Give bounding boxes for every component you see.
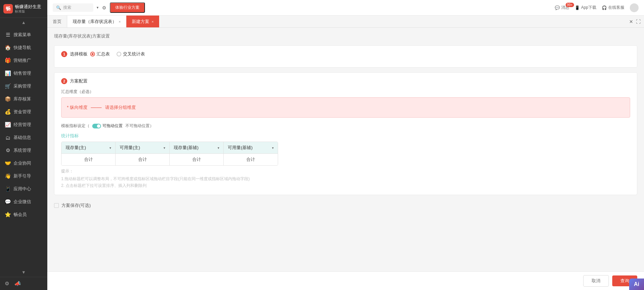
sidebar-item-10[interactable]: 🤝 企业协同 — [0, 157, 47, 170]
sidebar-item-11[interactable]: 👋 新手引导 — [0, 170, 47, 183]
radio-cross-label: 交叉统计表 — [123, 51, 145, 57]
step1-badge: 1 — [61, 51, 67, 57]
message-badge: 99+ — [566, 3, 574, 7]
dimension-box[interactable]: * 纵向维度 —— 请选择分组维度 — [61, 97, 630, 118]
tab-inventory-label: 现存量（库存状况表） — [73, 19, 117, 25]
nav-icon-10: 🤝 — [5, 160, 11, 166]
tips-section: 提示： 1.拖动标题栏可以调整布局，不可跨维度或指标区域拖动栏目字段(只能在同一… — [61, 168, 630, 189]
nav-label-5: 库存核算 — [14, 96, 31, 102]
nav-label-14: 畅会员 — [14, 212, 27, 218]
toggle-box[interactable] — [92, 124, 101, 128]
save-checkbox[interactable] — [54, 203, 59, 208]
stats-header-cell-2[interactable]: 现存量(基辅)▾ — [170, 142, 224, 153]
template-radio-group: 汇总表 交叉统计表 — [90, 51, 145, 57]
main-area: 🔍 搜索 ▾ ⚙ 体验行业方案 💬 消息 99+ 📱 App下载 🎧 在线客服 — [47, 0, 644, 290]
radio-cross[interactable]: 交叉统计表 — [117, 51, 145, 57]
tab-inventory-close[interactable]: × — [119, 20, 121, 24]
online-service-button[interactable]: 🎧 在线客服 — [602, 5, 624, 10]
sidebar-item-6[interactable]: 💰 资金管理 — [0, 105, 47, 118]
sidebar-item-4[interactable]: 🛒 采购管理 — [0, 80, 47, 93]
nav-icon-1: 🏠 — [5, 45, 11, 51]
stats-body-row: 合计合计合计合计 — [61, 154, 278, 165]
tab-expand-btn[interactable]: ⛶ — [636, 19, 641, 24]
nav-label-13: 企业微信 — [14, 199, 31, 205]
nav-label-11: 新手引导 — [14, 173, 31, 179]
stats-header-text-2: 现存量(基辅) — [174, 145, 199, 151]
sidebar-item-2[interactable]: 🎁 营销推广 — [0, 54, 47, 67]
save-label: 方案保存(可选) — [61, 202, 91, 209]
fixed-label: 不可拖动位置） — [125, 123, 154, 129]
toggle-movable[interactable]: 可拖动位置 — [92, 123, 123, 129]
sidebar-item-14[interactable]: ⭐ 畅会员 — [0, 208, 47, 221]
dimension-label-text: * 纵向维度 — [67, 104, 88, 111]
user-avatar[interactable] — [630, 3, 639, 12]
tab-home[interactable]: 首页 — [47, 16, 67, 27]
dimension-dash: —— — [91, 104, 102, 111]
nav-icon-3: 📊 — [5, 70, 11, 76]
indicator-label: 模板指标设定（ 可拖动位置 不可拖动位置） — [61, 123, 630, 129]
tab-close-btn[interactable]: ✕ — [629, 19, 633, 24]
search-icon: 🔍 — [56, 5, 61, 10]
sidebar-item-13[interactable]: 💬 企业微信 — [0, 195, 47, 208]
ai-float-button[interactable]: Ai — [629, 279, 644, 290]
sidebar-item-0[interactable]: ☰ 搜索菜单 — [0, 28, 47, 41]
page-title: 现存量(库存状况表)方案设置 — [54, 33, 637, 39]
radio-summary[interactable]: 汇总表 — [90, 51, 110, 57]
tab-inventory[interactable]: 现存量（库存状况表） × — [67, 16, 126, 27]
sidebar-item-3[interactable]: 📊 销售管理 — [0, 67, 47, 80]
trial-button[interactable]: 体验行业方案 — [110, 2, 145, 13]
nav-icon-11: 👋 — [5, 173, 11, 179]
stats-section: 统计指标 现存量(主)▾可用量(主)▾现存量(基辅)▾可用量(基辅)▾合计合计合… — [61, 133, 630, 166]
step2-title: 方案配置 — [70, 78, 88, 84]
scroll-up-btn[interactable]: ▲ — [0, 18, 47, 27]
nav-icon-8: 🗂 — [5, 135, 11, 141]
sidebar-item-12[interactable]: 📱 应用中心 — [0, 183, 47, 195]
sidebar-item-7[interactable]: 📈 经营管理 — [0, 118, 47, 131]
save-option[interactable]: 方案保存(可选) — [54, 200, 637, 211]
speaker-icon[interactable]: 📣 — [15, 281, 21, 287]
app-label: App下载 — [581, 5, 596, 10]
scroll-down-btn[interactable]: ▼ — [0, 268, 47, 277]
chevron-down-icon-0[interactable]: ▾ — [109, 146, 111, 150]
nav-icon-5: 📦 — [5, 96, 11, 102]
tab-new-close[interactable]: × — [151, 20, 153, 24]
stats-header-cell-3[interactable]: 可用量(基辅)▾ — [224, 142, 278, 153]
message-button[interactable]: 💬 消息 99+ — [555, 5, 569, 10]
stats-header-cell-1[interactable]: 可用量(主)▾ — [116, 142, 170, 153]
settings-icon[interactable]: ⚙ — [5, 281, 9, 287]
chevron-down-icon-3[interactable]: ▾ — [272, 146, 274, 150]
stats-label: 统计指标 — [61, 133, 630, 139]
sidebar-item-1[interactable]: 🏠 快捷导航 — [0, 41, 47, 54]
nav-icon-7: 📈 — [5, 122, 11, 128]
sidebar-item-8[interactable]: 🗂 基础信息 — [0, 131, 47, 144]
tab-new[interactable]: 新建方案 × — [126, 16, 159, 27]
logo-icon: 畅 — [3, 4, 13, 14]
logo-text: 畅赚通好生意 标准版 — [15, 4, 41, 14]
tab-home-label: 首页 — [53, 19, 61, 25]
sidebar-item-5[interactable]: 📦 库存核算 — [0, 93, 47, 105]
tab-new-label: 新建方案 — [132, 19, 149, 25]
app-download-button[interactable]: 📱 App下载 — [575, 5, 596, 10]
search-box[interactable]: 🔍 搜索 — [53, 3, 93, 12]
nav-label-1: 快捷导航 — [14, 45, 31, 51]
tab-bar-actions: ✕ ⛶ — [626, 19, 644, 24]
sidebar-item-9[interactable]: ⚙ 系统管理 — [0, 144, 47, 157]
service-label: 在线客服 — [608, 5, 624, 10]
nav-label-12: 应用中心 — [14, 186, 31, 192]
summary-label: 汇总维度（必选） — [61, 89, 630, 95]
cancel-button[interactable]: 取消 — [583, 275, 609, 287]
search-text: 搜索 — [63, 5, 71, 10]
nav-label-7: 经营管理 — [14, 122, 31, 128]
dropdown-icon[interactable]: ▾ — [97, 5, 99, 10]
stats-header-row: 现存量(主)▾可用量(主)▾现存量(基辅)▾可用量(基辅)▾ — [61, 142, 278, 154]
stats-header-cell-0[interactable]: 现存量(主)▾ — [61, 142, 116, 153]
app-icon: 📱 — [575, 5, 580, 10]
nav-label-10: 企业协同 — [14, 160, 31, 166]
chevron-down-icon-2[interactable]: ▾ — [218, 146, 219, 150]
gear-icon[interactable]: ⚙ — [102, 5, 106, 10]
tips-title: 提示： — [61, 168, 630, 174]
chevron-down-icon-1[interactable]: ▾ — [164, 146, 165, 150]
stats-body-cell-0: 合计 — [61, 154, 116, 165]
stats-table: 现存量(主)▾可用量(主)▾现存量(基辅)▾可用量(基辅)▾合计合计合计合计 — [61, 142, 278, 166]
nav-icon-6: 💰 — [5, 109, 11, 115]
